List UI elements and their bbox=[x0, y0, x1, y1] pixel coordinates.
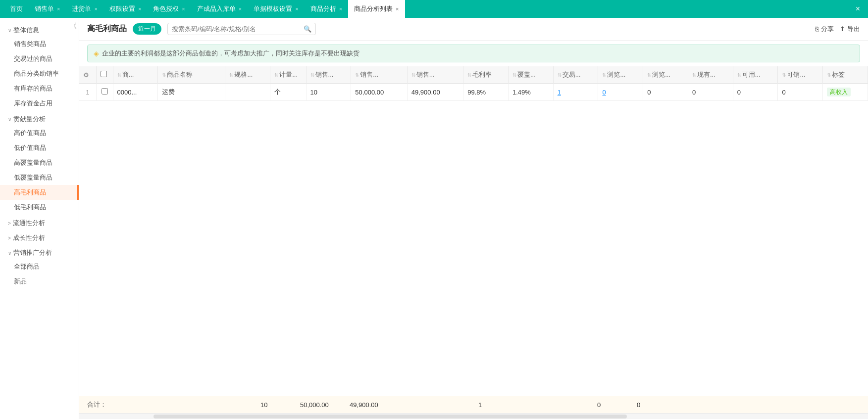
col-header-trade[interactable]: ⇅交易... bbox=[553, 66, 598, 84]
col-header-current[interactable]: ⇅现有... bbox=[688, 66, 733, 84]
nav-item-商品分析列表[interactable]: 商品分析列表× bbox=[348, 0, 405, 18]
export-button[interactable]: ⬆ 导出 bbox=[840, 25, 860, 34]
cell-checkbox bbox=[96, 84, 113, 101]
content-header: 高毛利商品 近一月 🔍 ⎘ 分享 ⬆ 导出 bbox=[79, 18, 868, 41]
nav-close-角色授权[interactable]: × bbox=[182, 6, 185, 12]
footer-label: 合计： bbox=[87, 400, 117, 409]
sidebar-item-商品分类助销率[interactable]: 商品分类助销率 bbox=[0, 66, 79, 81]
col-label-spec: 规格... bbox=[234, 71, 253, 78]
nav-item-进货单[interactable]: 进货单× bbox=[66, 0, 103, 18]
col-header-spec[interactable]: ⇅规格... bbox=[225, 66, 270, 84]
content-area: 高毛利商品 近一月 🔍 ⎘ 分享 ⬆ 导出 ◈ 企业的主要的利润都是这部分商品创… bbox=[79, 18, 868, 419]
sidebar-group-营销推广分析[interactable]: ∨营销推广分析 bbox=[0, 244, 79, 259]
sort-icon-trade: ⇅ bbox=[558, 72, 562, 78]
link-view1[interactable]: 0 bbox=[602, 89, 606, 96]
sort-icon-sales_qty: ⇅ bbox=[310, 72, 314, 78]
share-button[interactable]: ⎘ 分享 bbox=[815, 25, 834, 34]
sidebar-item-全部商品[interactable]: 全部商品 bbox=[0, 259, 79, 274]
sidebar-group-成长性分析[interactable]: >成长性分析 bbox=[0, 230, 79, 244]
col-header-gear[interactable]: ⚙ bbox=[79, 66, 96, 84]
link-trade[interactable]: 1 bbox=[558, 89, 561, 96]
sidebar-group-label: 流通性分析 bbox=[13, 219, 45, 228]
sort-icon-view1: ⇅ bbox=[602, 72, 606, 78]
col-header-margin_rate[interactable]: ⇅毛利率 bbox=[463, 66, 509, 84]
nav-item-单据模板设置[interactable]: 单据模板设置× bbox=[248, 0, 304, 18]
sidebar-item-高毛利商品[interactable]: 高毛利商品 bbox=[0, 185, 79, 200]
col-label-coverage: 覆盖... bbox=[517, 71, 536, 78]
group-arrow-icon: ∨ bbox=[8, 250, 11, 256]
sidebar-item-低价值商品[interactable]: 低价值商品 bbox=[0, 140, 79, 155]
row-checkbox[interactable] bbox=[102, 88, 108, 94]
cell-sales_cost: 49,900.00 bbox=[407, 84, 463, 101]
sidebar: 《 ∨整体信息销售类商品交易过的商品商品分类助销率有库存的商品库存资金占用∨贡献… bbox=[0, 18, 79, 419]
sidebar-item-高覆盖量商品[interactable]: 高覆盖量商品 bbox=[0, 155, 79, 170]
footer-cell: 50,000.00 bbox=[296, 401, 346, 409]
share-icon: ⎘ bbox=[815, 25, 819, 33]
col-header-tag[interactable]: ⇅标签 bbox=[823, 66, 868, 84]
search-input[interactable] bbox=[172, 25, 304, 33]
col-header-unit[interactable]: ⇅计量... bbox=[270, 66, 306, 84]
sidebar-item-库存资金占用[interactable]: 库存资金占用 bbox=[0, 96, 79, 111]
cell-margin_rate: 99.8% bbox=[463, 84, 509, 101]
sort-icon-margin_rate: ⇅ bbox=[467, 72, 471, 78]
col-label-tag: 标签 bbox=[832, 71, 845, 78]
footer-cell bbox=[117, 401, 256, 409]
gear-icon[interactable]: ⚙ bbox=[83, 71, 89, 79]
sidebar-group-贡献量分析[interactable]: ∨贡献量分析 bbox=[0, 111, 79, 126]
nav-close-销售单[interactable]: × bbox=[57, 6, 60, 12]
sidebar-item-低覆盖量商品[interactable]: 低覆盖量商品 bbox=[0, 170, 79, 185]
nav-close-单据模板设置[interactable]: × bbox=[295, 6, 298, 12]
nav-item-产成品入库单[interactable]: 产成品入库单× bbox=[191, 0, 248, 18]
sort-icon-saleable: ⇅ bbox=[782, 72, 786, 78]
sidebar-item-有库存的商品[interactable]: 有库存的商品 bbox=[0, 81, 79, 96]
nav-item-权限设置[interactable]: 权限设置× bbox=[103, 0, 147, 18]
sidebar-group-label: 成长性分析 bbox=[13, 233, 45, 242]
footer-cell: 0 bbox=[593, 401, 633, 409]
filter-recent-month[interactable]: 近一月 bbox=[133, 23, 161, 35]
sidebar-group-流通性分析[interactable]: >流通性分析 bbox=[0, 215, 79, 230]
nav-item-销售单[interactable]: 销售单× bbox=[29, 0, 66, 18]
col-header-saleable[interactable]: ⇅可销... bbox=[778, 66, 823, 84]
nav-close-商品分析列表[interactable]: × bbox=[396, 6, 399, 12]
bottom-scrollbar[interactable] bbox=[79, 413, 868, 419]
col-header-name[interactable]: ⇅商品名称 bbox=[158, 66, 225, 84]
sort-icon-code: ⇅ bbox=[117, 72, 121, 78]
sidebar-item-低毛利商品[interactable]: 低毛利商品 bbox=[0, 200, 79, 215]
cell-available: 0 bbox=[733, 84, 778, 101]
info-text: 企业的主要的利润都是这部分商品创造的，可考虑加大推广，同时关注库存是不要出现缺货 bbox=[102, 49, 359, 58]
nav-close-进货单[interactable]: × bbox=[94, 6, 97, 12]
nav-close-权限设置[interactable]: × bbox=[138, 6, 141, 12]
col-header-code[interactable]: ⇅商... bbox=[113, 66, 158, 84]
search-icon[interactable]: 🔍 bbox=[304, 25, 311, 33]
col-header-sales_qty[interactable]: ⇅销售... bbox=[306, 66, 351, 84]
select-all-checkbox[interactable] bbox=[101, 71, 107, 77]
nav-item-首页[interactable]: 首页 bbox=[4, 0, 29, 18]
sidebar-item-新品[interactable]: 新品 bbox=[0, 274, 79, 289]
cell-view1: 0 bbox=[598, 84, 643, 101]
footer-cell bbox=[672, 401, 712, 409]
sidebar-item-销售类商品[interactable]: 销售类商品 bbox=[0, 37, 79, 51]
nav-close-产成品入库单[interactable]: × bbox=[239, 6, 242, 12]
sidebar-item-高价值商品[interactable]: 高价值商品 bbox=[0, 126, 79, 140]
nav-item-商品分析[interactable]: 商品分析× bbox=[305, 0, 348, 18]
group-arrow-icon: ∨ bbox=[8, 28, 11, 33]
nav-item-角色授权[interactable]: 角色授权× bbox=[147, 0, 191, 18]
sidebar-item-交易过的商品[interactable]: 交易过的商品 bbox=[0, 51, 79, 66]
col-header-sales_cost[interactable]: ⇅销售... bbox=[407, 66, 463, 84]
group-arrow-icon: > bbox=[8, 221, 11, 226]
col-header-coverage[interactable]: ⇅覆盖... bbox=[508, 66, 553, 84]
close-all-button[interactable]: × bbox=[852, 4, 864, 13]
sidebar-group-整体信息[interactable]: ∨整体信息 bbox=[0, 22, 79, 37]
table-container[interactable]: ⚙⇅商...⇅商品名称⇅规格...⇅计量...⇅销售...⇅销售...⇅销售..… bbox=[79, 66, 868, 396]
cell-rowNum: 1 bbox=[79, 84, 96, 101]
col-header-view1[interactable]: ⇅浏览... bbox=[598, 66, 643, 84]
sort-icon-coverage: ⇅ bbox=[512, 72, 516, 78]
col-header-checkbox[interactable] bbox=[96, 66, 113, 84]
col-header-available[interactable]: ⇅可用... bbox=[733, 66, 778, 84]
col-header-sales_amount[interactable]: ⇅销售... bbox=[351, 66, 407, 84]
nav-close-商品分析[interactable]: × bbox=[339, 6, 342, 12]
col-header-view2[interactable]: ⇅浏览... bbox=[643, 66, 688, 84]
cell-saleable: 0 bbox=[778, 84, 823, 101]
sort-icon-current: ⇅ bbox=[692, 72, 696, 78]
sidebar-collapse-button[interactable]: 《 bbox=[70, 22, 77, 31]
